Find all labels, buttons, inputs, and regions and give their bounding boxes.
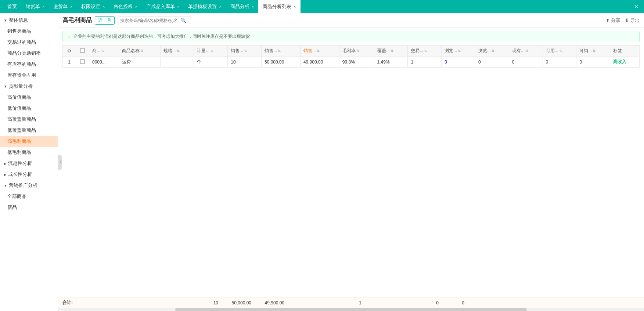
sidebar-section-overall[interactable]: ▼ 整体信息 [0, 15, 58, 26]
cell-gross-rate: 99.8% [339, 57, 374, 68]
sidebar-item-stock-capital[interactable]: 库存资金占用 [0, 70, 58, 81]
close-icon[interactable]: × [219, 4, 221, 9]
search-icon[interactable]: 🔍 [180, 18, 186, 23]
window-close-button[interactable]: × [632, 3, 641, 10]
collapse-arrow-icon: ▶ [4, 162, 7, 166]
cell-tag: 高收入 [610, 57, 640, 68]
sidebar-item-new-goods[interactable]: 新品 [0, 202, 58, 213]
share-button[interactable]: ⬆ 分享 [606, 17, 620, 24]
sidebar-item-low-coverage[interactable]: 低覆盖量商品 [0, 125, 58, 136]
sidebar: ▼ 整体信息 销售类商品 交易过的商品 商品分类助销率 有库存的商品 库存资金占… [0, 13, 58, 311]
footer-stock1: 0 [416, 300, 442, 305]
sidebar-item-high-margin[interactable]: 高毛利商品 [0, 136, 58, 147]
cell-stock1: 0 [509, 57, 543, 68]
data-table: ⚙ 商...⇅ 商品名称⇅ 规格...⇅ 计量...⇅ 销售...⇅ 销售...… [62, 45, 640, 68]
footer-total-label: 合计: [62, 300, 92, 306]
cell-sales1: 10 [228, 57, 262, 68]
export-button[interactable]: ⬇ 导出 [625, 17, 640, 24]
close-icon[interactable]: × [294, 4, 296, 9]
collapse-arrow-icon: ▼ [4, 84, 7, 88]
search-box[interactable]: 🔍 [118, 17, 191, 24]
header-actions: ⬆ 分享 ⬇ 导出 [606, 17, 640, 24]
sidebar-item-sales-goods[interactable]: 销售类商品 [0, 26, 58, 37]
nav-item-purchase[interactable]: 进货单 × [49, 0, 76, 13]
nav-item-template[interactable]: 单据模板设置 × [184, 0, 226, 13]
sidebar-section-growth[interactable]: ▶ 成长性分析 [0, 169, 58, 180]
table-footer: 合计: 10 50,000.00 49,900.00 1 0 0 [58, 297, 644, 308]
col-sales3[interactable]: 销售...⇅ [300, 46, 339, 57]
col-stock2[interactable]: 可用...⇅ [543, 46, 576, 57]
nav-item-inventory[interactable]: 产成品入库单 × [142, 0, 184, 13]
cell-spec [160, 57, 194, 68]
sidebar-section-marketing[interactable]: ▼ 营销推广分析 [0, 180, 58, 191]
nav-item-analysis[interactable]: 商品分析 × [226, 0, 258, 13]
sidebar-item-traded-goods[interactable]: 交易过的商品 [0, 37, 58, 48]
col-checkbox[interactable] [76, 46, 89, 57]
footer-transactions: 1 [339, 300, 364, 305]
sidebar-section-trend[interactable]: ▶ 流趋性分析 [0, 158, 58, 169]
nav-item-sales[interactable]: 销货单 × [21, 0, 49, 13]
col-transactions[interactable]: 交易...⇅ [408, 46, 442, 57]
table-row: 1 0000... 运费 个 10 50,000.00 49,900.00 99… [63, 57, 640, 68]
sidebar-item-in-stock[interactable]: 有库存的商品 [0, 59, 58, 70]
col-browse2[interactable]: 浏览...⇅ [475, 46, 509, 57]
hint-icon: ☆ [67, 34, 71, 39]
info-banner: ☆ 企业的主要的利润都是这部分商品创造的，可考虑加大推广，同时关注库存是不要出现… [62, 31, 640, 42]
top-nav: 首页 销货单 × 进货单 × 权限设置 × 角色授权 × 产成品入库单 × 单据… [0, 0, 644, 13]
col-tag[interactable]: 标签 [610, 46, 640, 57]
col-sales2[interactable]: 销售...⇅ [262, 46, 301, 57]
sidebar-item-category-rate[interactable]: 商品分类助销率 [0, 48, 58, 59]
col-spec[interactable]: 规格...⇅ [160, 46, 194, 57]
scrollbar-thumb[interactable] [175, 308, 527, 311]
time-filter-button[interactable]: 近一月 [95, 16, 115, 25]
cell-index: 1 [63, 57, 76, 68]
sidebar-item-high-coverage[interactable]: 高覆盖量商品 [0, 114, 58, 125]
horizontal-scrollbar[interactable] [58, 308, 644, 311]
col-stock3[interactable]: 可销...⇅ [576, 46, 610, 57]
content-area: 高毛利商品 近一月 🔍 ⬆ 分享 ⬇ 导出 ☆ 企业的主要的利润都是这部分商品创… [58, 13, 644, 311]
col-sales1[interactable]: 销售...⇅ [228, 46, 262, 57]
cell-stock3: 0 [576, 57, 610, 68]
close-icon[interactable]: × [135, 4, 137, 9]
close-icon[interactable]: × [42, 4, 44, 9]
sidebar-item-all-goods[interactable]: 全部商品 [0, 191, 58, 202]
nav-item-home[interactable]: 首页 [3, 0, 21, 13]
collapse-arrow-icon: ▶ [4, 173, 7, 177]
nav-item-roles[interactable]: 角色授权 × [109, 0, 141, 13]
sidebar-item-high-value[interactable]: 高价值商品 [0, 92, 58, 103]
cell-checkbox[interactable] [76, 57, 89, 68]
cell-coverage: 1.49% [374, 57, 408, 68]
sidebar-item-low-margin[interactable]: 低毛利商品 [0, 147, 58, 158]
col-name[interactable]: 商品名称⇅ [119, 46, 160, 57]
sidebar-wrapper: ▼ 整体信息 销售类商品 交易过的商品 商品分类助销率 有库存的商品 库存资金占… [0, 13, 58, 311]
sidebar-section-contribution[interactable]: ▼ 贡献量分析 [0, 81, 58, 92]
cell-transactions: 1 [408, 57, 442, 68]
cell-stock2: 0 [543, 57, 576, 68]
sidebar-collapse-button[interactable]: 《 [58, 155, 62, 170]
cell-sales2: 50,000.00 [262, 57, 301, 68]
footer-sales2: 50,000.00 [221, 300, 254, 305]
search-input[interactable] [120, 18, 179, 23]
col-unit[interactable]: 计量...⇅ [194, 46, 228, 57]
close-icon[interactable]: × [177, 4, 179, 9]
col-gross-rate[interactable]: 毛利率⇅ [339, 46, 374, 57]
nav-item-analysis-list[interactable]: 商品分析列表 × [258, 0, 300, 13]
close-icon[interactable]: × [70, 4, 72, 9]
cell-browse1[interactable]: 0 [442, 57, 475, 68]
page-title: 高毛利商品 [62, 17, 92, 24]
close-icon[interactable]: × [102, 4, 105, 9]
main-layout: ▼ 整体信息 销售类商品 交易过的商品 商品分类助销率 有库存的商品 库存资金占… [0, 13, 644, 311]
collapse-arrow-icon: ▼ [4, 184, 7, 188]
select-all-checkbox[interactable] [80, 48, 85, 53]
col-settings[interactable]: ⚙ [63, 46, 76, 57]
close-icon[interactable]: × [252, 4, 254, 9]
nav-item-permissions[interactable]: 权限设置 × [77, 0, 109, 13]
col-coverage[interactable]: 覆盖...⇅ [374, 46, 408, 57]
col-code[interactable]: 商...⇅ [89, 46, 119, 57]
cell-unit: 个 [194, 57, 228, 68]
cell-code: 0000... [89, 57, 119, 68]
col-browse1[interactable]: 浏览...⇅ [442, 46, 475, 57]
sidebar-item-low-value[interactable]: 低价值商品 [0, 103, 58, 114]
col-stock1[interactable]: 现有...⇅ [509, 46, 543, 57]
footer-sales3: 49,900.00 [254, 300, 287, 305]
